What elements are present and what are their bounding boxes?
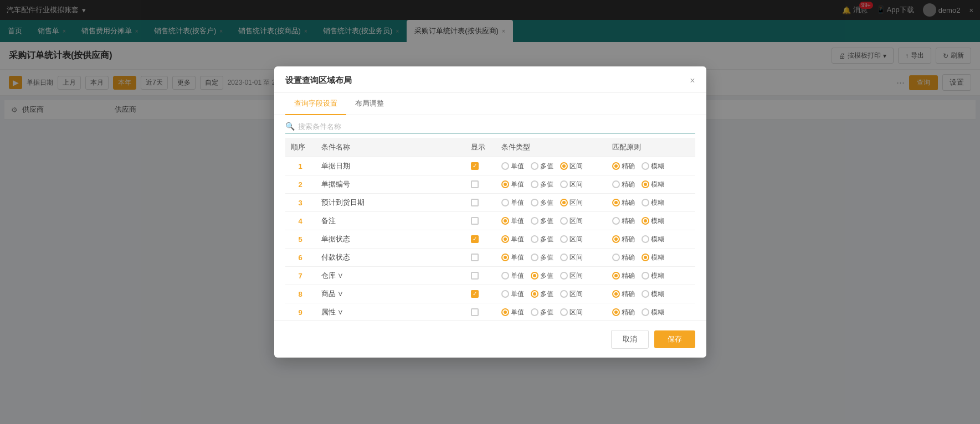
radio-circle: [560, 180, 568, 188]
type-radio-多值[interactable]: 多值: [531, 162, 553, 171]
type-radio-单值[interactable]: 单值: [501, 271, 524, 281]
display-checkbox-cell[interactable]: [465, 212, 496, 230]
type-radio-单值[interactable]: 单值: [501, 216, 524, 226]
match-radio-模糊[interactable]: 模糊: [642, 180, 664, 189]
display-checkbox-cell[interactable]: [465, 194, 496, 212]
radio-circle: [642, 180, 649, 188]
display-checkbox-cell[interactable]: [465, 267, 496, 285]
match-radio-模糊[interactable]: 模糊: [642, 216, 664, 226]
type-radio-多值[interactable]: 多值: [531, 198, 553, 208]
display-checkbox[interactable]: [471, 272, 479, 280]
radio-circle: [531, 162, 538, 170]
display-checkbox-cell[interactable]: [465, 157, 496, 175]
type-radio-单值[interactable]: 单值: [501, 180, 524, 189]
display-checkbox[interactable]: [471, 290, 479, 298]
type-radio-多值[interactable]: 多值: [531, 271, 553, 281]
match-radio-精确[interactable]: 精确: [612, 235, 635, 244]
match-radio-模糊[interactable]: 模糊: [642, 271, 664, 281]
radio-circle: [560, 199, 568, 206]
display-checkbox[interactable]: [471, 308, 479, 316]
radio-circle: [531, 290, 538, 298]
match-radio-模糊[interactable]: 模糊: [642, 289, 664, 299]
match-cell: 精确模糊: [607, 194, 695, 212]
type-radio-多值[interactable]: 多值: [531, 216, 553, 226]
type-radio-单值[interactable]: 单值: [501, 289, 524, 299]
type-radio-多值[interactable]: 多值: [531, 289, 553, 299]
display-checkbox-cell[interactable]: [465, 285, 496, 303]
match-radio-精确[interactable]: 精确: [612, 162, 635, 171]
match-radio-精确[interactable]: 精确: [612, 271, 635, 281]
type-radio-多值[interactable]: 多值: [531, 180, 553, 189]
radio-circle: [642, 217, 649, 225]
tab-query-fields[interactable]: 查询字段设置: [285, 93, 346, 115]
order-cell: 2: [285, 175, 316, 194]
type-radio-区间[interactable]: 区间: [560, 162, 583, 171]
type-radio-多值[interactable]: 多值: [531, 235, 553, 244]
type-radio-区间[interactable]: 区间: [560, 253, 583, 262]
type-radio-多值[interactable]: 多值: [531, 253, 553, 262]
order-cell: 4: [285, 212, 316, 230]
type-radio-区间[interactable]: 区间: [560, 216, 583, 226]
radio-circle: [501, 217, 509, 225]
match-radio-精确[interactable]: 精确: [612, 198, 635, 208]
radio-circle: [612, 290, 620, 298]
radio-circle: [642, 290, 649, 298]
display-checkbox[interactable]: [471, 235, 479, 243]
radio-circle: [642, 254, 649, 261]
match-radio-精确[interactable]: 精确: [612, 289, 635, 299]
display-checkbox[interactable]: [471, 217, 479, 225]
match-radio-精确[interactable]: 精确: [612, 308, 635, 317]
display-checkbox[interactable]: [471, 254, 479, 261]
display-checkbox-cell[interactable]: [465, 175, 496, 194]
radio-circle: [642, 308, 649, 316]
modal-close-btn[interactable]: ×: [690, 76, 695, 86]
type-radio-单值[interactable]: 单值: [501, 308, 524, 317]
match-radio-模糊[interactable]: 模糊: [642, 235, 664, 244]
tab-layout-adjust[interactable]: 布局调整: [346, 93, 393, 115]
display-checkbox[interactable]: [471, 162, 479, 170]
table-row: 7仓库 ∨单值多值区间精确模糊: [285, 267, 695, 285]
type-radio-区间[interactable]: 区间: [560, 271, 583, 281]
match-radio-模糊[interactable]: 模糊: [642, 162, 664, 171]
type-radio-单值[interactable]: 单值: [501, 198, 524, 208]
radio-circle: [501, 199, 509, 206]
radio-circle: [642, 272, 649, 280]
type-cell: 单值多值区间: [496, 249, 607, 267]
match-radio-精确[interactable]: 精确: [612, 180, 635, 189]
type-radio-单值[interactable]: 单值: [501, 253, 524, 262]
condition-name-cell: 属性 ∨: [316, 303, 465, 318]
match-radio-精确[interactable]: 精确: [612, 216, 635, 226]
display-checkbox[interactable]: [471, 199, 479, 206]
condition-name-cell: 预计到货日期: [316, 194, 465, 212]
radio-circle: [501, 290, 509, 298]
match-cell: 精确模糊: [607, 175, 695, 194]
radio-circle: [560, 254, 568, 261]
display-checkbox-cell[interactable]: [465, 303, 496, 318]
display-checkbox-cell[interactable]: [465, 249, 496, 267]
type-radio-多值[interactable]: 多值: [531, 308, 553, 317]
table-row: 5单据状态单值多值区间精确模糊: [285, 230, 695, 249]
condition-name-cell: 付款状态: [316, 249, 465, 267]
type-radio-单值[interactable]: 单值: [501, 235, 524, 244]
col-display: 显示: [465, 138, 496, 157]
display-checkbox[interactable]: [471, 180, 479, 188]
match-radio-模糊[interactable]: 模糊: [642, 253, 664, 262]
match-radio-模糊[interactable]: 模糊: [642, 198, 664, 208]
radio-circle: [501, 162, 509, 170]
condition-name-cell: 备注: [316, 212, 465, 230]
type-radio-区间[interactable]: 区间: [560, 180, 583, 189]
radio-circle: [612, 235, 620, 243]
search-input[interactable]: [298, 122, 409, 131]
display-checkbox-cell[interactable]: [465, 230, 496, 249]
type-radio-区间[interactable]: 区间: [560, 235, 583, 244]
type-radio-区间[interactable]: 区间: [560, 308, 583, 317]
match-radio-精确[interactable]: 精确: [612, 253, 635, 262]
type-radio-区间[interactable]: 区间: [560, 198, 583, 208]
radio-circle: [501, 180, 509, 188]
type-radio-区间[interactable]: 区间: [560, 289, 583, 299]
type-radio-单值[interactable]: 单值: [501, 162, 524, 171]
table-row: 6付款状态单值多值区间精确模糊: [285, 249, 695, 267]
radio-circle: [501, 308, 509, 316]
table-row: 3预计到货日期单值多值区间精确模糊: [285, 194, 695, 212]
match-radio-模糊[interactable]: 模糊: [642, 308, 664, 317]
